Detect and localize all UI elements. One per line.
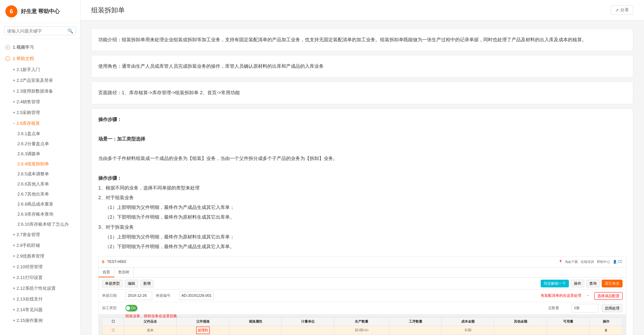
td-unit — [282, 326, 334, 335]
sidebar-item-faq[interactable]: + 2.14常见问题 — [0, 304, 80, 315]
top-table-header-row: ☐ 父件品名 父件规格 规格属性 计量单位 生产数量 工序数量 成本金额 其他金… — [102, 317, 623, 326]
num-label: 单据编号 — [156, 292, 176, 299]
step3: 3、对于拆装业务 — [98, 223, 626, 231]
inner-btn-edit[interactable]: 编辑 — [125, 280, 138, 287]
date-value: 2019-12-26 — [125, 291, 152, 300]
sidebar-item-help-docs[interactable]: − 2.帮助文档 — [0, 53, 80, 64]
sidebar-item-print[interactable]: + 2.11打印设置 — [0, 272, 80, 283]
sidebar-item-operations[interactable]: + 2.10经营管理 — [0, 262, 80, 272]
td-name: 实木 — [124, 326, 177, 335]
sidebar-item-data-prep[interactable]: + 2.3使用前数据准备 — [0, 86, 80, 97]
collapse-icon-2: − — [5, 56, 10, 61]
sidebar: 6 好生意 帮助中心 🔍 + 1.视频学习 − 2.帮助文档 + 2.1新手入门 — [0, 0, 80, 335]
sidebar-item-video[interactable]: + 1.视频学习 — [0, 42, 80, 53]
td-proc-qty — [389, 326, 442, 335]
th-cost: 成本金额 — [442, 317, 494, 326]
content-area: 功能介绍：组装拆卸单用来处理企业组装或拆卸等加工业务，支持有固定装配清单的产品加… — [80, 20, 644, 335]
qty-label: 总数量 — [548, 305, 568, 312]
top-table: ☐ 父件品名 父件规格 规格属性 计量单位 生产数量 工序数量 成本金额 其他金… — [102, 317, 623, 335]
sidebar-item-newbie[interactable]: + 2.1新手入门 — [0, 64, 80, 75]
sidebar-item-mobile[interactable]: + 2.8手机旺铺 — [0, 240, 80, 251]
nav-section-2: − 2.帮助文档 + 2.1新手入门 + 2.2产品安装及登录 + 2.3使用前… — [0, 53, 80, 326]
sidebar-item-label-2: 2.帮助文档 — [13, 56, 34, 62]
toggle-dot — [126, 306, 130, 310]
sidebar-sub-264[interactable]: 2.6.4组装拆卸单 — [0, 159, 80, 169]
logo-text: 好生意 帮助中心 — [21, 8, 60, 15]
inner-btn-type[interactable]: 单据类型 — [102, 280, 123, 287]
inner-process-btn[interactable]: 启用处理 — [602, 304, 623, 312]
sidebar-item-cases[interactable]: + 2.15操作案例 — [0, 315, 80, 326]
sidebar-item-inventory[interactable]: − 2.6库存核算 — [0, 118, 80, 129]
sidebar-item-finance[interactable]: + 2.7资金管理 — [0, 229, 80, 240]
sidebar-sub-263[interactable]: 2.6.3调拨单 — [0, 149, 80, 159]
path-section: 页面路径：1、库存核算->库存管理->组装拆卸单 2、首页->常用功能 — [91, 81, 633, 104]
nav-children-2: + 2.1新手入门 + 2.2产品安装及登录 + 2.3使用前数据准备 + 2.… — [0, 64, 80, 326]
sidebar-item-install[interactable]: + 2.2产品安装及登录 — [0, 75, 80, 86]
inner-tab-home[interactable]: 自页 — [99, 268, 114, 278]
sidebar-sub-268[interactable]: 2.6.8商品成本重算 — [0, 199, 80, 209]
th-action: 操作 — [590, 317, 623, 326]
step2-1: （1）上部明细为父件明细，最终作为产成品生成其它入库单； — [105, 203, 626, 212]
td-check: ☐ — [102, 326, 124, 335]
role-text: 使用角色：通常由生产人员或库管人员完成拆装业务的操作，库管人员确认原材料的出库和… — [98, 62, 626, 70]
td-other-val — [494, 326, 547, 335]
inner-form-row2: 加工类型 On 组装业务、拆卸业务在这里切换 总数量 — [99, 302, 626, 315]
sidebar-item-purchase[interactable]: + 2.5采购管理 — [0, 107, 80, 118]
date-label: 单据日期 — [102, 292, 122, 299]
sidebar-sub-266[interactable]: 2.6.6其他入库单 — [0, 179, 80, 189]
inner-btn-new[interactable]: 新增 — [140, 280, 154, 287]
sidebar-item-label-1: 1.视频学习 — [13, 44, 34, 50]
toggle-switch[interactable]: On — [125, 305, 138, 312]
sidebar-sub-261[interactable]: 2.6.1盘点单 — [0, 129, 80, 139]
type-label: 加工类型 — [102, 305, 122, 312]
path-text: 页面路径：1、库存核算->库存管理->组装拆卸单 2、首页->常用功能 — [98, 89, 626, 97]
logo-icon: 6 — [5, 5, 17, 17]
process-btn-area: 启用处理 启用处理 — [602, 304, 623, 312]
screenshot-container: 6 TEST-H002 📍 App下载 在线培训 帮助中心 👤 CC 自页 数据… — [98, 256, 626, 335]
share-label: 分享 — [620, 7, 629, 13]
num-value: AD-20191226-001 — [179, 291, 214, 300]
sidebar-item-coupon[interactable]: + 2.9优惠券管理 — [0, 251, 80, 262]
scene-title: 场景一：加工类型选择 — [98, 135, 626, 143]
td-avail-val — [547, 326, 590, 335]
inner-assembly-btn[interactable]: 选择成品配置 — [594, 292, 623, 300]
inner-btn-action1[interactable]: 操作 — [571, 280, 584, 287]
inner-toolbar: 单据类型 编辑 新增 同意解锁一下 操作 查询 其它来业 — [99, 278, 626, 290]
th-avail: 可用量 — [547, 317, 590, 326]
td-cost-val: 0.00 — [442, 326, 494, 335]
share-button[interactable]: ↗ 分享 — [611, 5, 633, 15]
sidebar-sub-262[interactable]: 2.6.2分量盘点单 — [0, 139, 80, 149]
th-parent-spec: 父件规格 — [176, 317, 229, 326]
sidebar-item-sales[interactable]: + 2.4销售管理 — [0, 97, 80, 107]
inner-form-row1: 单据日期 2019-12-26 单据编号 AD-20191226-001 有装配… — [99, 290, 626, 302]
th-other: 其他金额 — [494, 317, 547, 326]
inner-btn-action3[interactable]: 其它来业 — [602, 280, 623, 287]
sidebar-item-payment[interactable]: + 2.13在线支付 — [0, 294, 80, 304]
intro-section: 功能介绍：组装拆卸单用来处理企业组装或拆卸等加工业务，支持有固定装配清单的产品加… — [91, 29, 633, 51]
sidebar-sub-267[interactable]: 2.6.7其他出库单 — [0, 189, 80, 199]
top-table-row-1: ☐ 实木 处理到 10.00+1+ 0.00 — [102, 326, 623, 335]
search-input[interactable] — [7, 29, 67, 34]
step1: 1、根据不同的业务，选择不同单据的类型来处理 — [98, 184, 626, 192]
sidebar-sub-269[interactable]: 2.6.9库存账本查询 — [0, 209, 80, 219]
sidebar-sub-265[interactable]: 2.6.5成本调整单 — [0, 169, 80, 179]
ops-title: 操作步骤： — [98, 115, 626, 124]
inner-btn-unlock[interactable]: 同意解锁一下 — [541, 280, 569, 287]
inner-ui: 6 TEST-H002 📍 App下载 在线培训 帮助中心 👤 CC 自页 数据… — [99, 257, 626, 335]
logo-area: 6 好生意 帮助中心 — [0, 0, 80, 23]
sidebar-item-customize[interactable]: + 2.12系统个性化设置 — [0, 283, 80, 294]
search-icon[interactable]: 🔍 — [67, 28, 73, 34]
td-attr — [229, 326, 282, 335]
nav-section-1: + 1.视频学习 — [0, 42, 80, 53]
intro-text: 功能介绍：组装拆卸单用来处理企业组装或拆卸等加工业务，支持有固定装配清单的产品加… — [98, 36, 626, 44]
inner-btn-action2[interactable]: 查询 — [586, 280, 600, 287]
sidebar-sub-2610[interactable]: 2.6.10库存账本错了怎么办 — [0, 219, 80, 229]
inner-tab-tree[interactable]: 数据树 — [114, 268, 134, 278]
annotation2-text: 组装业务、拆卸业务在这里切换 — [125, 313, 177, 320]
toggle-label: On — [131, 305, 136, 311]
main-content: 组装拆卸单 ↗ 分享 功能介绍：组装拆卸单用来处理企业组装或拆卸等加工业务，支持… — [80, 0, 644, 335]
scene-desc: 当由多个子件材料组装成一个成品的业务为【组装】业务，当由一个父件拆分成多个子产品… — [98, 154, 626, 163]
expand-icon-1: + — [5, 45, 10, 50]
step2-2: （2）下部明细为子件明细，最终作为原材料生成其它出库单。 — [105, 213, 626, 221]
main-header: 组装拆卸单 ↗ 分享 — [80, 0, 644, 20]
